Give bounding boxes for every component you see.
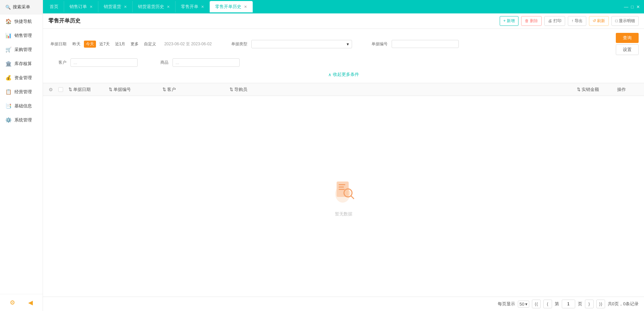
last7-btn[interactable]: 近7天 <box>97 41 112 48</box>
date-shortcuts: 昨天 今天 近7天 近1月 更多 自定义 <box>70 41 158 48</box>
finance-icon: 💰 <box>5 75 12 81</box>
tab-sales-return-history-label: 销货退货历史 <box>138 4 164 10</box>
last1m-btn[interactable]: 近1月 <box>113 41 128 48</box>
svg-line-7 <box>351 196 354 199</box>
col-action-label: 操作 <box>617 87 626 93</box>
tab-sales-order[interactable]: 销售订单 ✕ <box>64 1 98 12</box>
bill-num-label: 单据编号 <box>369 41 388 47</box>
tab-sales-return-label: 销货退货 <box>104 4 121 10</box>
select-all-checkbox[interactable] <box>58 87 63 92</box>
sidebar-item-sys-mgmt[interactable]: ⚙️ 系统管理 <box>0 113 43 127</box>
sidebar-search[interactable]: 🔍 搜索采单 <box>0 0 43 14</box>
page-size-select[interactable]: 50 ▾ <box>518 301 529 308</box>
filter-row-2: 客户 ... 商品 ... <box>48 58 639 67</box>
yesterday-btn[interactable]: 昨天 <box>70 41 83 48</box>
page-number-input[interactable] <box>562 300 575 308</box>
sys-icon: ⚙️ <box>5 117 12 123</box>
sort-icon-amount: ⇅ <box>577 87 581 92</box>
empty-state: 暂无数据 <box>43 96 644 297</box>
per-page-label: 每页显示 <box>498 301 515 307</box>
goods-input[interactable]: ... <box>172 58 240 67</box>
col-header-num[interactable]: ⇅ 单据编号 <box>106 87 160 93</box>
add-button[interactable]: + 新增 <box>500 16 518 26</box>
sidebar-item-sales-mgmt[interactable]: 📊 销售管理 <box>0 29 43 43</box>
col-num-label: 单据编号 <box>113 87 131 93</box>
col-header-date[interactable]: ⇅ 单据日期 <box>66 87 106 93</box>
customer-input[interactable]: ... <box>70 58 138 67</box>
tab-retail-open-history[interactable]: 零售开单历史 ✕ <box>210 1 253 12</box>
col-header-customer[interactable]: ⇅ 客户 <box>160 87 227 93</box>
page-last-btn[interactable]: ⟩⟩ <box>596 300 605 308</box>
col-amount-label: 实销金额 <box>582 87 599 93</box>
tab-home[interactable]: 首页 <box>44 1 64 12</box>
main-area: 首页 销售订单 ✕ 销货退货 ✕ 销货退货历史 ✕ 零售开单 ✕ 零售开单历史 … <box>43 0 644 311</box>
table-settings-icon[interactable]: ⚙ <box>46 87 56 92</box>
display-detail-button[interactable]: □ 显示明细 <box>611 16 639 26</box>
bill-type-select[interactable]: ▾ <box>251 40 352 48</box>
page-first-btn[interactable]: ⟨⟨ <box>532 300 541 308</box>
window-close[interactable]: ✕ <box>636 4 640 9</box>
sidebar-item-basic-info[interactable]: 📑 基础信息 <box>0 99 43 113</box>
tab-sales-return[interactable]: 销货退货 ✕ <box>98 1 133 12</box>
tab-retail-open-close[interactable]: ✕ <box>201 5 204 9</box>
sidebar-item-inventory[interactable]: 🏛️ 库存核算 <box>0 57 43 71</box>
tab-sales-return-history[interactable]: 销货退货历史 ✕ <box>133 1 176 12</box>
svg-rect-3 <box>339 187 344 188</box>
filter-collapse-divider: ∧ 收起更多条件 <box>48 70 639 79</box>
total-label: 共0页，0条记录 <box>608 301 639 307</box>
customer-label: 客户 <box>48 60 66 65</box>
settings-footer-icon[interactable]: ⚙ <box>10 299 15 306</box>
sidebar-item-quick-nav[interactable]: 🏠 快捷导航 <box>0 14 43 29</box>
sidebar-item-label: 库存核算 <box>14 61 32 67</box>
tab-bar-right: — □ ✕ <box>624 4 643 9</box>
date-range-display: 2023-06-02 至 2023-06-02 <box>164 41 211 47</box>
svg-rect-4 <box>339 189 345 190</box>
operation-icon: 📋 <box>5 89 12 95</box>
sidebar-item-purchase-mgmt[interactable]: 🛒 采购管理 <box>0 43 43 57</box>
print-button[interactable]: 🖨 打印 <box>544 16 565 26</box>
collapse-label: 收起更多条件 <box>333 71 359 77</box>
query-button[interactable]: 查询 <box>616 33 639 43</box>
table-header: ⚙ ⇅ 单据日期 ⇅ 单据编号 ⇅ 客户 ⇅ 导购员 ⇅ <box>43 83 644 96</box>
col-header-amount[interactable]: ⇅ 实销金额 <box>574 87 614 93</box>
page-prev-btn[interactable]: ⟨ <box>543 300 552 308</box>
table-select-all[interactable] <box>56 87 66 92</box>
goods-placeholder: ... <box>176 60 179 65</box>
delete-button[interactable]: 🗑 删除 <box>521 16 542 26</box>
sidebar-item-label: 基础信息 <box>14 103 32 109</box>
refresh-button[interactable]: ↺ 刷新 <box>589 16 609 26</box>
purchase-icon: 🛒 <box>5 47 12 53</box>
window-maximize[interactable]: □ <box>631 4 634 9</box>
sidebar-item-finance[interactable]: 💰 资金管理 <box>0 71 43 85</box>
today-btn[interactable]: 今天 <box>84 41 96 48</box>
sort-icon-customer: ⇅ <box>162 87 166 92</box>
collapse-footer-icon[interactable]: ◀ <box>28 299 33 306</box>
tab-retail-open-label: 零售开单 <box>181 4 198 10</box>
toolbar: 零售开单历史 + 新增 🗑 删除 🖨 打印 ↑ 导出 ↺ 刷新 □ 显示明细 <box>43 13 644 29</box>
custom-btn[interactable]: 自定义 <box>142 41 158 48</box>
more-btn[interactable]: 更多 <box>129 41 141 48</box>
empty-text: 暂无数据 <box>335 211 352 217</box>
sidebar-item-operation[interactable]: 📋 经营管理 <box>0 85 43 99</box>
page-title: 零售开单历史 <box>48 17 81 24</box>
filter-settings-button[interactable]: 设置 <box>616 44 639 55</box>
sidebar-item-label: 快捷导航 <box>14 18 32 24</box>
bill-num-input[interactable] <box>392 40 459 48</box>
collapse-button[interactable]: ∧ 收起更多条件 <box>327 70 360 79</box>
sidebar: 🔍 搜索采单 🏠 快捷导航 📊 销售管理 🛒 采购管理 🏛️ 库存核算 💰 资金… <box>0 0 43 311</box>
bill-type-label: 单据类型 <box>229 41 247 47</box>
col-header-guide[interactable]: ⇅ 导购员 <box>227 87 267 93</box>
page-next-btn[interactable]: ⟩ <box>585 300 594 308</box>
home-icon: 🏠 <box>5 18 12 24</box>
tab-sales-return-close[interactable]: ✕ <box>124 5 127 9</box>
tab-retail-open-history-label: 零售开单历史 <box>215 4 241 10</box>
sidebar-item-label: 销售管理 <box>14 33 32 39</box>
page-label: 第 <box>555 301 559 307</box>
tab-retail-open[interactable]: 零售开单 ✕ <box>176 1 210 12</box>
tab-retail-open-history-close[interactable]: ✕ <box>244 5 247 9</box>
tab-sales-order-close[interactable]: ✕ <box>90 5 93 9</box>
export-button[interactable]: ↑ 导出 <box>568 16 586 26</box>
tab-sales-return-history-close[interactable]: ✕ <box>167 5 170 9</box>
window-minimize[interactable]: — <box>624 4 628 9</box>
query-settings-group: 查询 设置 <box>616 33 639 55</box>
